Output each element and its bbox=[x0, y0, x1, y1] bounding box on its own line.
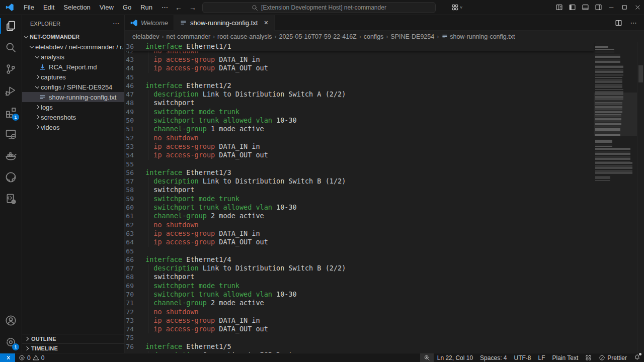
line-number: 75 bbox=[125, 333, 145, 342]
code-line: 53 ip access-group DATA_IN in bbox=[125, 142, 594, 151]
indentation-status[interactable]: Spaces: 4 bbox=[476, 353, 510, 362]
line-number: 36 bbox=[125, 42, 145, 51]
menu-selection[interactable]: Selection bbox=[59, 2, 95, 13]
encoding-status[interactable]: UTF-8 bbox=[510, 353, 534, 362]
breadcrumb-separator-icon: › bbox=[213, 33, 215, 40]
code-line-text: no shutdown bbox=[145, 221, 199, 229]
line-number: 54 bbox=[125, 151, 145, 159]
activity-docker[interactable] bbox=[0, 145, 22, 166]
toggle-secondary-sidebar-button[interactable] bbox=[592, 0, 605, 15]
vscode-icon bbox=[130, 19, 138, 27]
toggle-panel-icon bbox=[582, 4, 589, 11]
maximize-button[interactable] bbox=[618, 0, 631, 15]
activity-explorer[interactable] bbox=[0, 15, 22, 37]
tree-item-captures[interactable]: captures bbox=[22, 72, 124, 82]
toggle-panel-button[interactable] bbox=[579, 0, 592, 15]
editor-more-actions-button[interactable]: ⋯ bbox=[627, 15, 640, 30]
line-number: 69 bbox=[125, 282, 145, 290]
line-number: 58 bbox=[125, 186, 145, 194]
code-line: 51 channel-group 1 mode active bbox=[125, 125, 594, 133]
scrollbar-slider[interactable] bbox=[638, 65, 643, 82]
activity-extensions[interactable]: 1 bbox=[0, 102, 22, 123]
vscode-logo-icon bbox=[6, 3, 14, 12]
breadcrumb-item[interactable]: 2025-05-16T07-59-22-416Z bbox=[279, 33, 356, 40]
explorer-more-button[interactable]: ⋯ bbox=[113, 20, 119, 27]
toggle-sidebar-button[interactable] bbox=[566, 0, 579, 15]
eol-status[interactable]: LF bbox=[534, 353, 548, 362]
language-mode-status[interactable]: Plain Text bbox=[549, 353, 582, 362]
tree-item-label: captures bbox=[41, 73, 66, 81]
menu-go[interactable]: Go bbox=[118, 2, 136, 13]
profile-indicator[interactable]: ˅ bbox=[451, 4, 462, 11]
breadcrumb-item[interactable]: net-commander bbox=[167, 33, 211, 40]
breadcrumb-item[interactable]: elelabdev bbox=[132, 33, 159, 40]
tab-welcome[interactable]: Welcome bbox=[125, 15, 174, 31]
tab-show-running-config-txt[interactable]: show-running-config.txt✕ bbox=[174, 15, 275, 31]
breadcrumb-item[interactable]: configs bbox=[364, 33, 384, 40]
formatter-status[interactable]: Prettier bbox=[595, 353, 630, 362]
minimap[interactable] bbox=[594, 42, 637, 353]
sticky-scroll-line[interactable]: 36interface Ethernet1/1 bbox=[125, 42, 594, 51]
notifications-status[interactable] bbox=[630, 353, 644, 362]
tree-item-rca-report-md[interactable]: RCA_Report.md bbox=[22, 62, 124, 72]
navigate-back-icon[interactable]: ← bbox=[175, 4, 182, 12]
tree-item-label: show-running-config.txt bbox=[49, 94, 116, 101]
close-tab-icon[interactable]: ✕ bbox=[264, 20, 268, 26]
activity-code-tools[interactable] bbox=[0, 188, 22, 210]
language-mode-label: Plain Text bbox=[552, 354, 579, 361]
code-line: 57 description Link to Distribution Swit… bbox=[125, 177, 594, 186]
navigate-forward-icon[interactable]: → bbox=[189, 4, 196, 12]
activity-settings[interactable]: 1 bbox=[0, 331, 22, 353]
breadcrumb-file[interactable]: show-running-config.txt bbox=[441, 33, 515, 40]
tree-item-show-running-config-txt[interactable]: show-running-config.txt bbox=[22, 92, 124, 102]
menu-file[interactable]: File bbox=[19, 2, 39, 13]
close-window-button[interactable] bbox=[631, 0, 644, 15]
breadcrumb-item[interactable]: root-cause-analysis bbox=[217, 33, 272, 40]
explorer-icon bbox=[5, 20, 17, 32]
code-line-text: ip access-group DATA_OUT out bbox=[145, 325, 268, 333]
line-number: 61 bbox=[125, 212, 145, 220]
customize-layout-button[interactable] bbox=[552, 0, 566, 15]
tree-item-videos[interactable]: videos bbox=[22, 122, 124, 132]
tree-item-analysis[interactable]: analysis bbox=[22, 52, 124, 62]
split-editor-button[interactable] bbox=[612, 15, 625, 30]
code-line: 63 ip access-group DATA_IN in bbox=[125, 229, 594, 238]
minimize-button[interactable]: ─ bbox=[605, 0, 618, 15]
editor-pane[interactable]: 42 no shutdown43 ip access-group DATA_IN… bbox=[125, 42, 644, 353]
command-center[interactable]: [Extension Development Host] net-command… bbox=[202, 2, 436, 13]
menu-run[interactable]: Run bbox=[136, 2, 157, 13]
tree-item-logs[interactable]: logs bbox=[22, 102, 124, 112]
activity-source-control[interactable] bbox=[0, 58, 22, 80]
panel-outline[interactable]: OUTLINE bbox=[22, 334, 124, 343]
chevron-down-icon: ˅ bbox=[460, 5, 462, 10]
tab-label: show-running-config.txt bbox=[190, 19, 258, 27]
activity-github[interactable] bbox=[0, 166, 22, 188]
code-line: 68 switchport bbox=[125, 273, 594, 281]
tree-item-screenshots[interactable]: screenshots bbox=[22, 112, 124, 122]
warning-icon bbox=[33, 354, 39, 361]
minimap-slider[interactable] bbox=[594, 93, 637, 136]
code-line: 66interface Ethernet1/4 bbox=[125, 255, 594, 264]
extension-profile-status[interactable] bbox=[582, 353, 595, 362]
activity-remote-explorer[interactable] bbox=[0, 123, 22, 145]
tree-item-configs-spine-de9254[interactable]: configs / SPINE-DE9254 bbox=[22, 82, 124, 92]
menu-edit[interactable]: Edit bbox=[39, 2, 59, 13]
indentation-label: Spaces: 4 bbox=[480, 354, 507, 361]
tree-item-net-commander[interactable]: NET-COMMANDER bbox=[22, 32, 124, 42]
editor-scrollbar[interactable] bbox=[637, 42, 644, 353]
chevron-right-icon bbox=[25, 337, 29, 341]
remote-indicator[interactable] bbox=[0, 353, 15, 362]
problems-status[interactable]: 0 0 bbox=[15, 353, 48, 362]
activity-accounts[interactable] bbox=[0, 310, 22, 331]
menu-more-button[interactable]: ⋯ bbox=[157, 4, 173, 11]
customize-layout-icon bbox=[555, 4, 563, 11]
tree-item-elelabdev-net-commander-r[interactable]: elelabdev / net-commander / r... bbox=[22, 42, 124, 52]
zoom-indicator-status[interactable] bbox=[420, 353, 434, 362]
panel-timeline[interactable]: TIMELINE bbox=[22, 343, 124, 353]
activity-search[interactable] bbox=[0, 37, 22, 58]
formatter-label: Prettier bbox=[607, 354, 627, 361]
menu-view[interactable]: View bbox=[95, 2, 118, 13]
activity-run-debug[interactable] bbox=[0, 80, 22, 102]
cursor-position-status[interactable]: Ln 22, Col 10 bbox=[434, 353, 476, 362]
breadcrumb-item[interactable]: SPINE-DE9254 bbox=[390, 33, 434, 40]
